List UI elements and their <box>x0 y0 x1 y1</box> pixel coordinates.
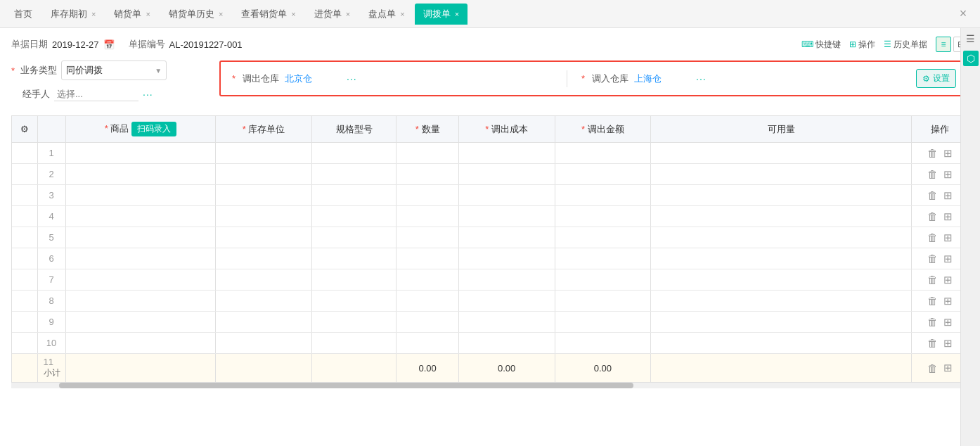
copy-icon[interactable]: ⊞ <box>943 362 953 374</box>
row-cost[interactable] <box>458 333 555 354</box>
history-button[interactable]: ☰ 历史单据 <box>884 39 927 51</box>
row-spec[interactable] <box>311 333 396 354</box>
row-amount[interactable] <box>555 185 651 206</box>
business-select[interactable]: 同价调拨 ▼ <box>61 60 167 80</box>
row-amount[interactable] <box>555 248 651 269</box>
tab-purchase[interactable]: 进货单 × <box>306 4 359 25</box>
row-amount[interactable] <box>555 143 651 164</box>
settings-button[interactable]: ⚙ 设置 <box>916 69 956 88</box>
tab-close-inventory-init[interactable]: × <box>91 10 96 18</box>
row-unit[interactable] <box>216 291 312 312</box>
row-amount[interactable] <box>555 227 651 248</box>
row-unit[interactable] <box>216 333 312 354</box>
row-amount[interactable] <box>555 164 651 185</box>
list-view-icon[interactable]: ≡ <box>936 37 951 52</box>
out-warehouse-more-button[interactable]: ··· <box>347 73 357 84</box>
row-qty[interactable] <box>396 248 458 269</box>
row-goods[interactable] <box>65 143 216 164</box>
copy-icon[interactable]: ⊞ <box>943 231 953 244</box>
row-qty[interactable] <box>396 206 458 227</box>
row-qty[interactable] <box>396 333 458 354</box>
copy-icon[interactable]: ⊞ <box>943 168 953 181</box>
row-unit[interactable] <box>216 185 312 206</box>
row-spec[interactable] <box>311 143 396 164</box>
delete-icon[interactable]: 🗑 <box>927 147 938 159</box>
tab-home[interactable]: 首页 <box>6 4 41 25</box>
tab-view-sales[interactable]: 查看销货单 × <box>233 4 304 25</box>
row-goods[interactable] <box>65 185 216 206</box>
copy-icon[interactable]: ⊞ <box>943 337 953 350</box>
row-goods[interactable] <box>65 164 216 185</box>
delete-icon[interactable]: 🗑 <box>927 295 938 307</box>
row-cost[interactable] <box>458 185 555 206</box>
row-goods[interactable] <box>65 291 216 312</box>
row-unit[interactable] <box>216 227 312 248</box>
row-spec[interactable] <box>311 185 396 206</box>
delete-icon[interactable]: 🗑 <box>927 337 938 349</box>
delete-icon[interactable]: 🗑 <box>927 253 938 265</box>
row-cost[interactable] <box>458 164 555 185</box>
copy-icon[interactable]: ⊞ <box>943 147 953 160</box>
row-cost[interactable] <box>458 269 555 291</box>
delete-icon[interactable]: 🗑 <box>927 210 938 222</box>
tab-transfer[interactable]: 调拨单 × <box>415 4 468 25</box>
row-unit[interactable] <box>216 206 312 227</box>
scrollbar-thumb[interactable] <box>59 383 633 388</box>
delete-icon[interactable]: 🗑 <box>927 168 938 180</box>
tab-sales-order[interactable]: 销货单 × <box>105 4 158 25</box>
calendar-icon[interactable]: 📅 <box>103 39 115 50</box>
row-qty[interactable] <box>396 143 458 164</box>
shortcut-button[interactable]: ⌨ 快捷键 <box>801 39 841 51</box>
row-spec[interactable] <box>311 312 396 333</box>
row-spec[interactable] <box>311 227 396 248</box>
delete-icon[interactable]: 🗑 <box>927 189 938 201</box>
row-amount[interactable] <box>555 206 651 227</box>
tab-close-stocktake[interactable]: × <box>400 10 404 18</box>
copy-icon[interactable]: ⊞ <box>943 210 953 223</box>
operation-button[interactable]: ⊞ 操作 <box>849 39 875 51</box>
row-spec[interactable] <box>311 206 396 227</box>
in-warehouse-more-button[interactable]: ··· <box>696 73 707 84</box>
row-goods[interactable] <box>65 312 216 333</box>
copy-icon[interactable]: ⊞ <box>943 253 953 265</box>
row-cost[interactable] <box>458 227 555 248</box>
copy-icon[interactable]: ⊞ <box>943 295 953 307</box>
row-cost[interactable] <box>458 143 555 164</box>
row-unit[interactable] <box>216 312 312 333</box>
close-window-button[interactable]: × <box>952 3 974 25</box>
delete-icon[interactable]: 🗑 <box>927 316 938 328</box>
row-cost[interactable] <box>458 312 555 333</box>
row-qty[interactable] <box>396 269 458 291</box>
row-cost[interactable] <box>458 206 555 227</box>
tab-close-sales-history[interactable]: × <box>219 10 223 18</box>
row-unit[interactable] <box>216 269 312 291</box>
row-amount[interactable] <box>555 312 651 333</box>
person-more-button[interactable]: ··· <box>143 89 153 100</box>
row-qty[interactable] <box>396 227 458 248</box>
tab-close-transfer[interactable]: × <box>455 10 459 18</box>
row-cost[interactable] <box>458 291 555 312</box>
tab-close-purchase[interactable]: × <box>346 10 350 18</box>
delete-icon[interactable]: 🗑 <box>927 362 938 374</box>
tab-close-sales-order[interactable]: × <box>146 10 150 18</box>
row-goods[interactable] <box>65 227 216 248</box>
copy-icon[interactable]: ⊞ <box>943 316 953 329</box>
row-spec[interactable] <box>311 248 396 269</box>
row-amount[interactable] <box>555 333 651 354</box>
copy-icon[interactable]: ⊞ <box>943 274 953 286</box>
row-qty[interactable] <box>396 185 458 206</box>
row-spec[interactable] <box>311 164 396 185</box>
row-unit[interactable] <box>216 143 312 164</box>
row-spec[interactable] <box>311 269 396 291</box>
row-qty[interactable] <box>396 164 458 185</box>
tab-stocktake[interactable]: 盘点单 × <box>360 4 413 25</box>
sidebar-list-icon[interactable]: ☰ <box>963 31 979 46</box>
row-goods[interactable] <box>65 206 216 227</box>
row-goods[interactable] <box>65 269 216 291</box>
row-goods[interactable] <box>65 248 216 269</box>
tab-sales-history[interactable]: 销货单历史 × <box>160 4 231 25</box>
row-amount[interactable] <box>555 269 651 291</box>
delete-icon[interactable]: 🗑 <box>927 231 938 243</box>
row-qty[interactable] <box>396 312 458 333</box>
row-amount[interactable] <box>555 291 651 312</box>
